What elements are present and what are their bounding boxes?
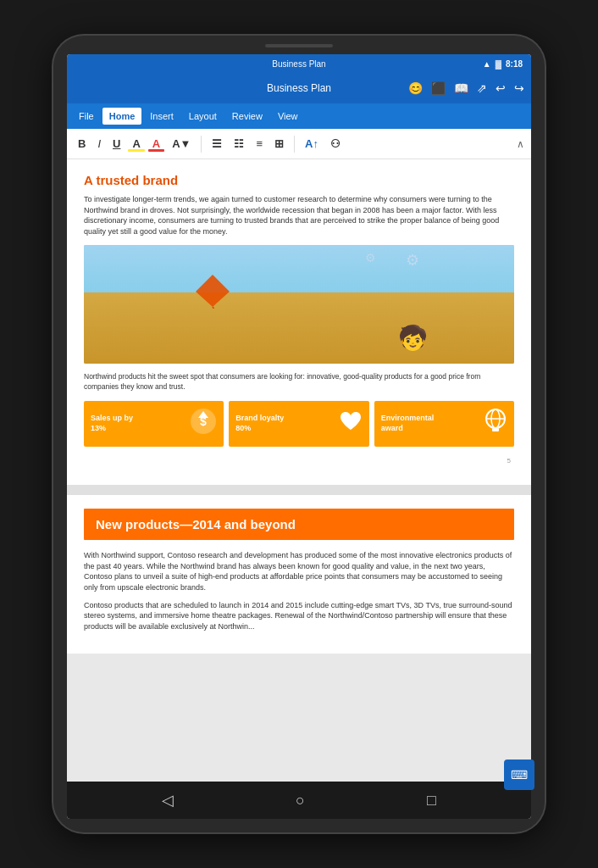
time: 8:18: [506, 59, 523, 69]
menu-insert[interactable]: Insert: [143, 108, 180, 125]
info-boxes: Sales up by13% $ Brand loyalty80%: [84, 401, 514, 447]
share-icon[interactable]: ⇗: [477, 81, 487, 95]
font-size-button[interactable]: A▼: [168, 136, 195, 152]
child-silhouette: 🧒: [398, 324, 428, 352]
sales-icon: $: [190, 408, 217, 440]
wind-turbine-icon-2: ⚙: [365, 251, 376, 264]
body-text-2-p2: Contoso products that are scheduled to l…: [84, 600, 514, 632]
align-button[interactable]: ≡: [252, 136, 267, 152]
sales-label: Sales up by13%: [91, 414, 133, 433]
section-banner-text: New products—2014 and beyond: [96, 517, 502, 531]
page-number: 5: [84, 453, 514, 471]
toolbar-collapse[interactable]: ∧: [517, 138, 524, 150]
back-button[interactable]: ◁: [162, 791, 174, 810]
find-button[interactable]: ⚇: [326, 136, 345, 152]
battery-icon: ▓: [496, 59, 501, 69]
globe-icon: [484, 408, 507, 440]
caption-text: Northwind products hit the sweet spot th…: [84, 372, 514, 392]
highlight-button[interactable]: A: [128, 136, 144, 152]
toolbar-divider-2: [294, 136, 295, 153]
bottom-nav: ◁ ○ □: [67, 782, 531, 819]
toolbar: B I U A A A▼ ☰ ☷ ≡ ⊞ A↑ ⚇ ∧: [67, 129, 531, 159]
undo-icon[interactable]: ↩: [496, 81, 506, 95]
document-content[interactable]: A trusted brand To investigate longer-te…: [67, 159, 531, 782]
bullets-button[interactable]: ☰: [208, 136, 226, 152]
book-icon[interactable]: 📖: [454, 81, 468, 95]
format-button[interactable]: A↑: [301, 136, 323, 152]
loyalty-label: Brand loyalty80%: [235, 414, 284, 433]
status-bar: Business Plan ▲ ▓ 8:18: [67, 54, 531, 73]
heart-icon: [339, 409, 363, 438]
floating-action-button[interactable]: ⌨: [504, 760, 531, 790]
bold-button[interactable]: B: [74, 136, 90, 152]
image-sky: [84, 245, 514, 295]
status-title: Business Plan: [272, 59, 325, 69]
indent-button[interactable]: ⊞: [270, 136, 288, 152]
menu-layout[interactable]: Layout: [182, 108, 224, 125]
font-color-button[interactable]: A: [148, 136, 164, 152]
page-1: A trusted brand To investigate longer-te…: [67, 159, 531, 485]
svg-line-1: [213, 307, 225, 309]
info-box-environmental: Environmentalaward: [374, 401, 514, 447]
redo-icon[interactable]: ↪: [514, 81, 524, 95]
section-title-trusted: A trusted brand: [84, 173, 514, 187]
menu-bar: File Home Insert Layout Review View: [67, 103, 531, 129]
toolbar-divider-1: [201, 136, 202, 153]
svg-marker-0: [196, 275, 230, 307]
body-text-2-p1: With Northwind support, Contoso research…: [84, 550, 514, 593]
tablet-device: Business Plan ▲ ▓ 8:18 Business Plan 😊 ⬛…: [53, 36, 545, 832]
menu-view[interactable]: View: [271, 108, 305, 125]
recents-button[interactable]: □: [427, 792, 436, 810]
wind-turbine-icon: ⚙: [406, 251, 419, 270]
section-banner: New products—2014 and beyond: [84, 509, 514, 540]
kite-shape: [191, 275, 234, 312]
kite-image: ⚙ ⚙ 🧒: [84, 245, 514, 364]
title-bar-title: Business Plan: [267, 82, 331, 94]
font-color-underline: [148, 149, 164, 152]
title-bar-icons[interactable]: 😊 ⬛ 📖 ⇗ ↩ ↪: [408, 81, 524, 95]
status-icons: ▲ ▓ 8:18: [483, 59, 523, 69]
page-break: [67, 485, 531, 495]
floating-icon: ⌨: [511, 768, 528, 782]
underline-button[interactable]: U: [108, 136, 125, 152]
body-text-trusted: To investigate longer-term trends, we ag…: [84, 194, 514, 236]
menu-review[interactable]: Review: [225, 108, 269, 125]
image-field: [84, 292, 514, 364]
save-icon[interactable]: ⬛: [431, 81, 446, 95]
menu-home[interactable]: Home: [102, 108, 142, 125]
wifi-icon: ▲: [483, 59, 491, 69]
page-2: New products—2014 and beyond With Northw…: [67, 495, 531, 654]
home-button[interactable]: ○: [296, 792, 305, 810]
screen: Business Plan ▲ ▓ 8:18 Business Plan 😊 ⬛…: [67, 54, 531, 819]
info-box-loyalty: Brand loyalty80%: [229, 401, 368, 447]
numbered-button[interactable]: ☷: [230, 136, 248, 152]
menu-file[interactable]: File: [72, 108, 101, 125]
environmental-label: Environmentalaward: [381, 414, 435, 433]
italic-button[interactable]: I: [93, 136, 105, 152]
emoji-icon[interactable]: 😊: [408, 81, 423, 95]
highlight-underline: [128, 149, 144, 152]
title-bar: Business Plan 😊 ⬛ 📖 ⇗ ↩ ↪: [67, 73, 531, 103]
info-box-sales: Sales up by13% $: [84, 401, 224, 447]
